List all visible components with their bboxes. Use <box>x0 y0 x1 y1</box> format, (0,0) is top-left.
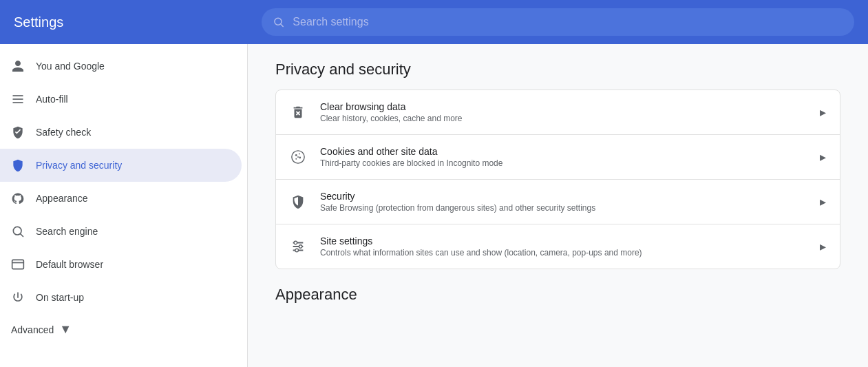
clear-browsing-data-chevron: ▸ <box>820 105 826 120</box>
person-icon <box>11 59 25 73</box>
sidebar-label-search-engine: Search engine <box>36 226 98 237</box>
advanced-section[interactable]: Advanced ▼ <box>0 314 247 345</box>
shield-check-icon <box>11 125 25 139</box>
site-settings-title: Site settings <box>320 235 806 247</box>
palette-icon <box>11 191 25 205</box>
svg-point-19 <box>299 245 302 249</box>
search-icon <box>273 16 284 28</box>
privacy-section-title: Privacy and security <box>275 61 840 78</box>
sidebar-label-on-startup: On start-up <box>36 292 84 303</box>
clear-browsing-data-item[interactable]: Clear browsing data Clear history, cooki… <box>276 90 840 135</box>
sidebar-label-auto-fill: Auto-fill <box>36 94 68 105</box>
svg-line-6 <box>21 234 23 237</box>
sidebar: You and Google Auto-fill Safety check Pr… <box>0 44 248 367</box>
delete-icon <box>290 104 306 120</box>
sidebar-item-auto-fill[interactable]: Auto-fill <box>0 83 242 116</box>
sidebar-item-appearance[interactable]: Appearance <box>0 182 242 215</box>
privacy-section: Privacy and security Clear browsing data… <box>275 61 840 269</box>
browser-icon <box>11 258 25 271</box>
cookie-icon <box>290 149 306 165</box>
security-title: Security <box>320 191 806 202</box>
sidebar-item-search-engine[interactable]: Search engine <box>0 215 242 248</box>
svg-point-14 <box>297 156 299 158</box>
svg-rect-7 <box>12 260 24 269</box>
app-title: Settings <box>14 14 262 30</box>
appearance-section-title: Appearance <box>275 286 840 304</box>
chevron-down-icon: ▼ <box>59 322 72 337</box>
site-settings-item[interactable]: Site settings Controls what information … <box>276 224 840 269</box>
svg-rect-4 <box>13 102 23 103</box>
advanced-label: Advanced <box>11 324 54 335</box>
main-layout: You and Google Auto-fill Safety check Pr… <box>0 44 868 367</box>
clear-browsing-data-subtitle: Clear history, cookies, cache and more <box>320 114 806 123</box>
svg-point-18 <box>294 241 297 244</box>
svg-rect-3 <box>13 98 23 100</box>
clear-browsing-data-text: Clear browsing data Clear history, cooki… <box>320 101 806 123</box>
clear-browsing-data-title: Clear browsing data <box>320 101 806 112</box>
cookies-text: Cookies and other site data Third-party … <box>320 146 806 168</box>
site-settings-subtitle: Controls what information sites can use … <box>320 248 806 258</box>
svg-line-1 <box>281 24 283 26</box>
sidebar-item-default-browser[interactable]: Default browser <box>0 248 242 281</box>
site-settings-text: Site settings Controls what information … <box>320 235 806 258</box>
site-settings-chevron: ▸ <box>820 239 826 254</box>
sidebar-label-you-and-google: You and Google <box>36 61 105 72</box>
sidebar-label-privacy-and-security: Privacy and security <box>36 160 122 171</box>
cookies-subtitle: Third-party cookies are blocked in Incog… <box>320 158 806 168</box>
svg-point-13 <box>295 158 297 160</box>
power-icon <box>11 291 25 304</box>
svg-point-12 <box>299 157 301 159</box>
topbar: Settings <box>0 0 868 44</box>
privacy-card: Clear browsing data Clear history, cooki… <box>275 90 840 269</box>
security-item[interactable]: Security Safe Browsing (protection from … <box>276 180 840 224</box>
security-text: Security Safe Browsing (protection from … <box>320 191 806 213</box>
search-bar[interactable] <box>262 8 854 36</box>
cookies-chevron: ▸ <box>820 149 826 165</box>
sidebar-label-appearance: Appearance <box>36 193 88 204</box>
sidebar-item-on-startup[interactable]: On start-up <box>0 281 242 314</box>
sliders-icon <box>290 238 306 255</box>
security-chevron: ▸ <box>820 194 826 209</box>
security-shield-icon <box>290 193 306 210</box>
content-area: Privacy and security Clear browsing data… <box>248 44 868 367</box>
svg-point-11 <box>299 154 300 155</box>
sidebar-label-safety-check: Safety check <box>36 127 91 138</box>
sidebar-item-safety-check[interactable]: Safety check <box>0 116 242 149</box>
search-input[interactable] <box>293 16 843 28</box>
search-engine-icon <box>11 224 25 238</box>
shield-blue-icon <box>11 158 25 172</box>
sidebar-item-you-and-google[interactable]: You and Google <box>0 50 242 83</box>
cookies-title: Cookies and other site data <box>320 146 806 157</box>
svg-point-10 <box>295 154 297 156</box>
security-subtitle: Safe Browsing (protection from dangerous… <box>320 203 806 213</box>
cookies-item[interactable]: Cookies and other site data Third-party … <box>276 135 840 180</box>
sidebar-label-default-browser: Default browser <box>36 259 103 270</box>
svg-rect-2 <box>13 95 23 96</box>
list-icon <box>11 92 25 106</box>
sidebar-item-privacy-and-security[interactable]: Privacy and security <box>0 149 242 182</box>
svg-point-20 <box>295 249 299 252</box>
